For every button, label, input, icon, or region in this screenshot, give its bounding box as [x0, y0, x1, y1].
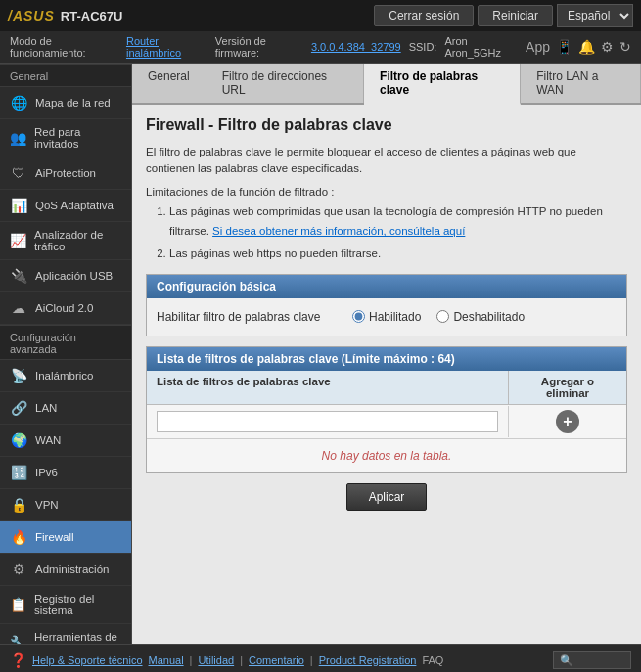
sidebar-item-administracion[interactable]: ⚙ Administración	[0, 554, 131, 586]
model-name: RT-AC67U	[61, 9, 123, 23]
limitation-2: Las páginas web https no pueden filtrars…	[169, 244, 627, 264]
sidebar-item-herramientas[interactable]: 🔧 Herramientas de red	[0, 624, 131, 644]
sidebar-label-wan: WAN	[35, 434, 61, 446]
logo-area: /ASUS RT-AC67U	[8, 8, 122, 23]
refresh-icon[interactable]: ↻	[619, 39, 631, 55]
sidebar-item-ipv6[interactable]: 🔢 IPv6	[0, 457, 131, 489]
phone-icon[interactable]: 📱	[556, 39, 572, 55]
faq-text: FAQ	[422, 654, 443, 666]
sidebar-item-vpn[interactable]: 🔒 VPN	[0, 489, 131, 521]
traffic-icon: 📈	[10, 232, 26, 249]
radio-enabled-input[interactable]	[352, 310, 365, 323]
tools-icon: 🔧	[10, 634, 26, 644]
manual-link[interactable]: Manual	[149, 654, 184, 666]
sidebar-item-aicloud[interactable]: ☁ AiCloud 2.0	[0, 292, 131, 325]
usb-icon: 🔌	[10, 267, 27, 285]
sidebar-label-vpn: VPN	[35, 499, 59, 511]
help-support-link[interactable]: Help & Soporte técnico	[32, 654, 143, 666]
admin-icon: ⚙	[10, 560, 27, 578]
ssid-value: Aron Aron_5GHz	[444, 35, 518, 59]
sidebar: General 🌐 Mapa de la red 👥 Red para invi…	[0, 64, 132, 644]
top-buttons: Cerrar sesión Reiniciar Español	[374, 4, 633, 27]
page-title: Firewall - Filtro de palabras clave	[146, 116, 627, 134]
apply-button[interactable]: Aplicar	[346, 483, 428, 511]
firmware-value: 3.0.0.4.384_32799	[311, 41, 401, 53]
restart-button[interactable]: Reiniciar	[478, 5, 553, 26]
top-icons: App 📱 🔔 ⚙ ↻	[526, 39, 631, 55]
logout-button[interactable]: Cerrar sesión	[374, 5, 474, 26]
ssid-label: SSID:	[409, 41, 437, 53]
table-input-row: +	[147, 405, 626, 439]
app-label: App	[526, 39, 550, 55]
sidebar-label-lan: LAN	[35, 402, 57, 414]
tab-bar: General Filtro de direcciones URL Filtro…	[132, 64, 641, 105]
sidebar-item-red-invitados[interactable]: 👥 Red para invitados	[0, 119, 131, 157]
keyword-input-cell	[147, 406, 509, 437]
notification-icon[interactable]: 🔔	[578, 39, 595, 55]
sidebar-item-wan[interactable]: 🌍 WAN	[0, 425, 131, 457]
sidebar-label-mapa-red: Mapa de la red	[35, 97, 111, 109]
tab-url-filter[interactable]: Filtro de direcciones URL	[206, 64, 364, 103]
radio-group: Habilitado Deshabilitado	[352, 310, 525, 324]
sidebar-item-lan[interactable]: 🔗 LAN	[0, 392, 131, 425]
basic-config-header: Configuración básica	[147, 275, 626, 298]
more-info-link[interactable]: Si desea obtener más información, consúl…	[212, 225, 465, 237]
sidebar-label-ipv6: IPv6	[35, 467, 58, 478]
sidebar-item-aiprotection[interactable]: 🛡 AiProtection	[0, 157, 131, 190]
sep-2: |	[240, 654, 243, 666]
sidebar-item-analizador[interactable]: 📈 Analizador de tráfico	[0, 222, 131, 260]
wan-icon: 🌍	[10, 431, 27, 449]
globe-icon: 🌐	[10, 94, 27, 112]
col-list-label: Lista de filtros de palabras clave	[147, 371, 509, 404]
table-columns: Lista de filtros de palabras clave Agreg…	[147, 371, 626, 405]
bottom-search-input[interactable]	[553, 651, 631, 669]
mode-label: Modo de funcionamiento:	[10, 35, 118, 59]
add-action-cell: +	[509, 405, 626, 438]
sidebar-label-inalambrico: Inalámbrico	[35, 370, 93, 381]
cloud-icon: ☁	[10, 299, 27, 317]
users-icon: 👥	[10, 129, 26, 147]
mode-value[interactable]: Router inalámbrico	[126, 35, 207, 59]
content-area: General Filtro de direcciones URL Filtro…	[132, 64, 641, 644]
filter-enable-row: Habilitar filtro de palabras clave Habil…	[157, 306, 617, 328]
sidebar-item-registro[interactable]: 📋 Registro del sistema	[0, 586, 131, 624]
ipv6-icon: 🔢	[10, 464, 27, 481]
limitations-title: Limitaciones de la función de filtrado :	[146, 186, 627, 198]
tab-lan-wan[interactable]: Filtro LAN a WAN	[521, 64, 641, 103]
filter-label: Habilitar filtro de palabras clave	[157, 310, 352, 324]
sidebar-item-qos[interactable]: 📊 QoS Adaptativa	[0, 190, 131, 222]
sidebar-label-analizador: Analizador de tráfico	[34, 229, 121, 252]
radio-disabled-input[interactable]	[436, 310, 449, 323]
firewall-icon: 🔥	[10, 528, 27, 546]
page-description: El filtro de palabras clave le permite b…	[146, 144, 627, 178]
utility-link[interactable]: Utilidad	[198, 654, 234, 666]
product-reg-link[interactable]: Product Registration	[319, 654, 417, 666]
sep-1: |	[190, 654, 193, 666]
keyword-input[interactable]	[157, 411, 498, 432]
firmware-label: Versión de firmware:	[215, 35, 303, 59]
sidebar-label-administracion: Administración	[35, 563, 109, 575]
sidebar-item-firewall[interactable]: 🔥 Firewall	[0, 521, 131, 554]
log-icon: 📋	[10, 596, 26, 613]
sidebar-item-mapa-red[interactable]: 🌐 Mapa de la red	[0, 87, 131, 119]
tab-keyword-filter[interactable]: Filtro de palabras clave	[364, 64, 521, 105]
sidebar-label-qos: QoS Adaptativa	[35, 200, 114, 211]
settings-icon[interactable]: ⚙	[601, 39, 614, 55]
tab-general[interactable]: General	[132, 64, 206, 103]
sidebar-item-inalambrico[interactable]: 📡 Inalámbrico	[0, 360, 131, 392]
shield-icon: 🛡	[10, 164, 27, 182]
col-action-label: Agregar o eliminar	[509, 371, 626, 404]
sidebar-item-usb[interactable]: 🔌 Aplicación USB	[0, 260, 131, 292]
add-keyword-button[interactable]: +	[556, 410, 579, 433]
radio-enabled[interactable]: Habilitado	[352, 310, 421, 324]
wireless-icon: 📡	[10, 367, 27, 384]
radio-disabled[interactable]: Deshabilitado	[436, 310, 525, 324]
language-select[interactable]: Español	[557, 4, 633, 27]
comment-link[interactable]: Comentario	[249, 654, 304, 666]
vpn-icon: 🔒	[10, 496, 27, 514]
disabled-label: Deshabilitado	[453, 310, 525, 324]
sidebar-label-firewall: Firewall	[35, 531, 74, 543]
sidebar-label-aicloud: AiCloud 2.0	[35, 302, 93, 314]
sidebar-label-registro: Registro del sistema	[34, 593, 121, 616]
page-content: Firewall - Filtro de palabras clave El f…	[132, 105, 641, 530]
